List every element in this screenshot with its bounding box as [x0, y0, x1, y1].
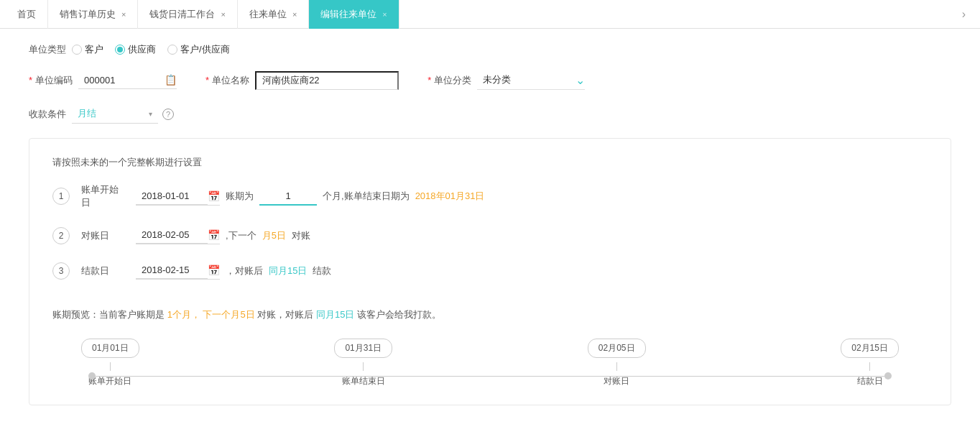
timeline-node-4: 02月15日 结款日 [841, 339, 899, 387]
preview-text: 账期预览：当前客户账期是 1个月， 下一个月5日 对账，对账后 同月15日 该客… [52, 308, 928, 321]
period-row-2: 2 对账日 📅 ,下一个 月5日 对账 [52, 226, 928, 244]
unit-code-input[interactable] [78, 72, 165, 88]
radio-both-circle [167, 45, 177, 55]
unit-type-row: 单位类型 客户 供应商 客户/供应商 [29, 43, 951, 56]
reconcile-date-input-wrapper: 📅 [136, 226, 220, 244]
close-edit-partner[interactable]: × [382, 10, 387, 19]
tab-home[interactable]: 首页 [6, 0, 48, 29]
payment-date-input[interactable] [136, 262, 208, 279]
unit-code-required: * [29, 75, 32, 86]
unit-category-group: * 单位分类 未分类 ⌄ [427, 70, 585, 90]
reconcile-date-input[interactable] [136, 226, 208, 244]
payment-condition-select[interactable]: 月结 ▾ [72, 104, 158, 124]
unit-category-label: 单位分类 [434, 74, 471, 87]
timeline-node-1: 01月01日 账单开始日 [81, 339, 139, 387]
tab-sales-history[interactable]: 销售订单历史 × [48, 0, 138, 29]
help-icon[interactable]: ? [162, 109, 174, 120]
timeline-end-dot [884, 372, 892, 380]
timeline-bubble-2: 01月31日 [334, 339, 392, 358]
payment-condition-arrow-icon: ▾ [149, 110, 152, 118]
unit-name-input[interactable] [255, 71, 399, 90]
preview-section: 账期预览：当前客户账期是 1个月， 下一个月5日 对账，对账后 同月15日 该客… [52, 297, 928, 387]
timeline-line [96, 376, 884, 377]
preview-part2: 下一个月5日 [203, 309, 254, 320]
preview-part1: 1个月， [167, 309, 200, 320]
timeline-bubble-3: 02月05日 [588, 339, 646, 358]
radio-customer-label: 客户 [85, 43, 103, 56]
settings-title: 请按照未来的一个完整帐期进行设置 [52, 156, 928, 169]
period-input-group-3: 📅 ，对账后 同月15日 结款 [136, 262, 331, 280]
unit-code-group: * 单位编码 📋 [29, 72, 177, 89]
timeline-bubble-4: 02月15日 [841, 339, 899, 358]
timeline-node-3: 02月05日 对账日 [588, 339, 646, 387]
payment-prefix: ，对账后 [226, 264, 263, 277]
timeline-start-dot [88, 372, 96, 380]
timeline-nodes: 01月01日 账单开始日 01月31日 账单结束日 02月05日 对账 [81, 339, 899, 387]
tab-cash-work[interactable]: 钱货日清工作台 × [138, 0, 237, 29]
unit-category-required: * [427, 75, 431, 86]
period-label-1: 账单开始日 [81, 183, 124, 209]
start-date-input-wrapper: 📅 [136, 188, 220, 206]
radio-customer[interactable]: 客户 [72, 43, 103, 56]
payment-date-calendar-icon[interactable]: 📅 [208, 264, 220, 276]
timeline-node-2: 01月31日 账单结束日 [334, 339, 392, 387]
reconcile-prefix: ,下一个 [226, 229, 256, 242]
unit-code-input-wrapper: 📋 [78, 72, 177, 89]
payment-condition-label: 收款条件 [29, 108, 66, 121]
payment-date-input-wrapper: 📅 [136, 262, 220, 280]
radio-customer-circle [72, 45, 82, 55]
period-label-3: 结款日 [81, 264, 124, 277]
preview-label: 账期预览：当前客户账期是 [52, 309, 165, 320]
period-value-input[interactable] [259, 188, 317, 206]
timeline-connector-3 [616, 362, 617, 371]
unit-info-row: * 单位编码 📋 * 单位名称 * 单位分类 未分类 ⌄ [29, 70, 951, 90]
radio-both-label: 客户/供应商 [180, 43, 230, 56]
unit-category-value: 未分类 [477, 70, 575, 89]
period-row-1: 1 账单开始日 📅 账期为 个月,账单结束日期为 2018年01月31日 [52, 183, 928, 209]
payment-highlight: 同月15日 [269, 264, 307, 277]
period-num-1: 1 [52, 188, 70, 205]
unit-name-required: * [205, 75, 209, 86]
timeline-connector-4 [869, 362, 870, 371]
period-num-2: 2 [52, 227, 70, 244]
payment-condition-group: 收款条件 月结 ▾ ? [29, 104, 174, 124]
tab-bar: 首页 销售订单历史 × 钱货日清工作台 × 往来单位 × 编辑往来单位 × › [0, 0, 980, 29]
tab-edit-partner[interactable]: 编辑往来单位 × [309, 0, 399, 29]
radio-supplier-circle [115, 45, 125, 55]
start-date-input[interactable] [136, 188, 208, 205]
preview-part3: 同月15日 [316, 309, 354, 320]
radio-supplier-label: 供应商 [128, 43, 156, 56]
radio-both[interactable]: 客户/供应商 [167, 43, 230, 56]
period-input-group-2: 📅 ,下一个 月5日 对账 [136, 226, 310, 244]
unit-code-picker-icon[interactable]: 📋 [165, 74, 177, 86]
period-input-group-1: 📅 账期为 个月,账单结束日期为 2018年01月31日 [136, 188, 484, 206]
tab-partner[interactable]: 往来单位 × [238, 0, 309, 29]
close-cash-work[interactable]: × [221, 10, 225, 19]
payment-condition-row: 收款条件 月结 ▾ ? [29, 104, 951, 124]
timeline-bubble-1: 01月01日 [81, 339, 139, 358]
timeline-label-4: 结款日 [857, 375, 883, 387]
timeline-connector-2 [363, 362, 364, 371]
reconcile-date-calendar-icon[interactable]: 📅 [208, 229, 220, 241]
timeline-label-2: 账单结束日 [342, 375, 385, 387]
unit-name-label: 单位名称 [212, 74, 249, 87]
reconcile-highlight: 月5日 [262, 229, 286, 242]
unit-category-select[interactable]: 未分类 ⌄ [477, 70, 585, 90]
radio-supplier[interactable]: 供应商 [115, 43, 156, 56]
timeline-connector-1 [110, 362, 111, 371]
tab-more-button[interactable]: › [953, 8, 974, 21]
period-end-date-highlight: 2018年01月31日 [415, 190, 485, 203]
start-date-calendar-icon[interactable]: 📅 [208, 190, 220, 202]
close-sales-history[interactable]: × [121, 10, 126, 19]
period-suffix-after: 个月,账单结束日期为 [323, 190, 410, 203]
timeline-container: 01月01日 账单开始日 01月31日 账单结束日 02月05日 对账 [52, 339, 928, 387]
preview-end: 该客户会给我打款。 [357, 309, 441, 320]
reconcile-suffix: 对账 [292, 229, 310, 242]
timeline-label-3: 对账日 [604, 375, 629, 387]
close-partner[interactable]: × [292, 10, 297, 19]
category-dropdown-icon: ⌄ [575, 73, 585, 87]
payment-suffix: 结款 [313, 264, 331, 277]
period-num-3: 3 [52, 262, 70, 280]
unit-type-radios: 客户 供应商 客户/供应商 [72, 43, 230, 56]
unit-type-group: 单位类型 客户 供应商 客户/供应商 [29, 43, 230, 56]
